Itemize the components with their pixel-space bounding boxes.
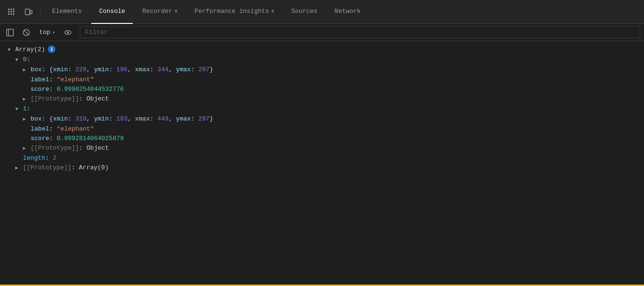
item0-xmin-val: 228 — [75, 66, 86, 74]
item0-box-brace-open: { — [49, 66, 53, 74]
tab-network[interactable]: Network — [327, 0, 368, 24]
item0-score-val: 0.9990254044532776 — [57, 85, 124, 94]
inspect-icon[interactable] — [4, 4, 19, 20]
item0-score-line: score : 0.9990254044532776 — [0, 85, 644, 94]
svg-rect-3 — [8, 11, 10, 12]
item1-score-val: 0.9992814064025879 — [57, 134, 124, 143]
item1-proto-line: [[Prototype]] : Object — [0, 143, 644, 154]
item0-expand-arrow[interactable] — [15, 55, 22, 65]
performance-flask-icon: ⚗ — [271, 8, 274, 14]
sidebar-toggle-icon[interactable] — [4, 26, 16, 39]
item1-box-expand[interactable] — [23, 115, 30, 124]
svg-rect-1 — [11, 9, 12, 10]
chevron-down-icon: ▾ — [52, 30, 55, 35]
svg-rect-6 — [8, 13, 10, 15]
svg-rect-8 — [13, 13, 14, 15]
svg-rect-0 — [8, 9, 10, 10]
item1-label-key: label — [31, 125, 49, 133]
eye-icon[interactable] — [62, 26, 74, 39]
item0-proto-label: [[Prototype]] — [31, 95, 79, 103]
recorder-flask-icon: ⚗ — [174, 8, 177, 14]
tab-performance-label: Performance insights — [194, 8, 269, 15]
item1-box-line: box : { xmin : 310 , ymin : 183 , xmax :… — [0, 114, 644, 124]
item0-colon: : — [27, 55, 31, 64]
item1-ymax-val: 297 — [198, 115, 209, 123]
devtools-toolbar: Elements Console Recorder ⚗ Performance … — [0, 0, 644, 24]
item0-key: 0 — [23, 55, 27, 64]
array-proto-val: Array(0) — [79, 164, 108, 172]
item1-ymin-val: 183 — [117, 115, 128, 123]
filter-container — [80, 26, 640, 38]
item1-line: 1 : — [0, 104, 644, 114]
info-badge[interactable]: i — [48, 45, 55, 53]
item0-proto-val: Object — [86, 95, 109, 103]
item1-xmin-val: 310 — [75, 115, 86, 123]
context-label: top — [39, 29, 50, 36]
item1-proto-val: Object — [86, 144, 109, 153]
item1-score-key: score — [31, 134, 49, 143]
item0-xmin-key: xmin — [53, 66, 68, 74]
item0-xmax-key: xmax — [135, 66, 150, 74]
item0-box-line: box : { xmin : 228 , ymin : 196 , xmax :… — [0, 65, 644, 75]
tab-sources-label: Sources — [291, 8, 318, 15]
device-toggle-icon[interactable] — [21, 4, 36, 20]
svg-rect-7 — [11, 13, 12, 15]
item0-box-brace-close: } — [210, 66, 214, 74]
tab-sources[interactable]: Sources — [284, 0, 325, 24]
svg-rect-11 — [7, 29, 13, 36]
array-proto-label: [[Prototype]] — [23, 164, 71, 172]
svg-rect-4 — [11, 11, 12, 12]
item0-label-line: label : "elephant" — [0, 75, 644, 85]
console-bar: top ▾ — [0, 24, 644, 41]
svg-rect-10 — [30, 11, 32, 14]
tab-console[interactable]: Console — [91, 0, 133, 24]
clear-console-icon[interactable] — [20, 26, 32, 39]
console-output: Array(2) i 0 : box : { xmin : 228 , ymin… — [0, 41, 644, 286]
item1-label-val: "elephant" — [57, 125, 94, 133]
tab-recorder-label: Recorder — [142, 8, 172, 15]
item0-xmax-val: 344 — [157, 66, 168, 74]
svg-point-16 — [67, 32, 69, 33]
length-line: length : 2 — [0, 154, 644, 163]
item0-proto-expand[interactable] — [23, 95, 30, 104]
context-selector[interactable]: top ▾ — [36, 28, 58, 37]
svg-line-14 — [24, 30, 29, 35]
item1-label-line: label : "elephant" — [0, 124, 644, 134]
svg-rect-5 — [13, 11, 14, 12]
array-proto-line: [[Prototype]] : Array(0) — [0, 163, 644, 173]
item0-ymax-key: ymax — [176, 66, 191, 74]
item0-line: 0 : — [0, 55, 644, 65]
tab-performance[interactable]: Performance insights ⚗ — [187, 0, 282, 24]
array-label: Array(2) — [15, 45, 45, 54]
item0-box-expand[interactable] — [23, 66, 30, 75]
length-val: 2 — [53, 154, 56, 163]
item1-key: 1 — [23, 105, 27, 113]
item1-proto-label: [[Prototype]] — [31, 144, 79, 153]
item0-box-colon: : — [42, 66, 49, 74]
item0-box-key: box — [31, 66, 42, 74]
tab-console-label: Console — [99, 8, 125, 15]
toolbar-divider-1 — [40, 6, 41, 18]
array-expand-arrow[interactable] — [8, 45, 14, 55]
tab-recorder[interactable]: Recorder ⚗ — [135, 0, 185, 24]
item0-ymax-val: 297 — [198, 66, 209, 74]
item1-xmax-val: 449 — [157, 115, 168, 123]
array-root-line: Array(2) i — [0, 45, 644, 55]
tab-elements[interactable]: Elements — [44, 0, 89, 24]
item1-colon: : — [27, 105, 31, 113]
item0-label-val: "elephant" — [57, 76, 94, 84]
tab-elements-label: Elements — [52, 8, 82, 15]
length-key: length — [23, 154, 45, 163]
tab-network-label: Network — [334, 8, 361, 15]
item0-ymin-key: ymin — [94, 66, 109, 74]
item1-proto-expand[interactable] — [23, 144, 30, 153]
item0-proto-line: [[Prototype]] : Object — [0, 94, 644, 104]
item0-label-key: label — [31, 76, 49, 84]
array-proto-expand[interactable] — [15, 164, 22, 173]
item1-score-line: score : 0.9992814064025879 — [0, 134, 644, 143]
item1-box-key: box — [31, 115, 42, 123]
svg-rect-2 — [13, 9, 14, 10]
item0-ymin-val: 196 — [117, 66, 128, 74]
item1-expand-arrow[interactable] — [15, 105, 22, 114]
filter-input[interactable] — [83, 28, 637, 37]
